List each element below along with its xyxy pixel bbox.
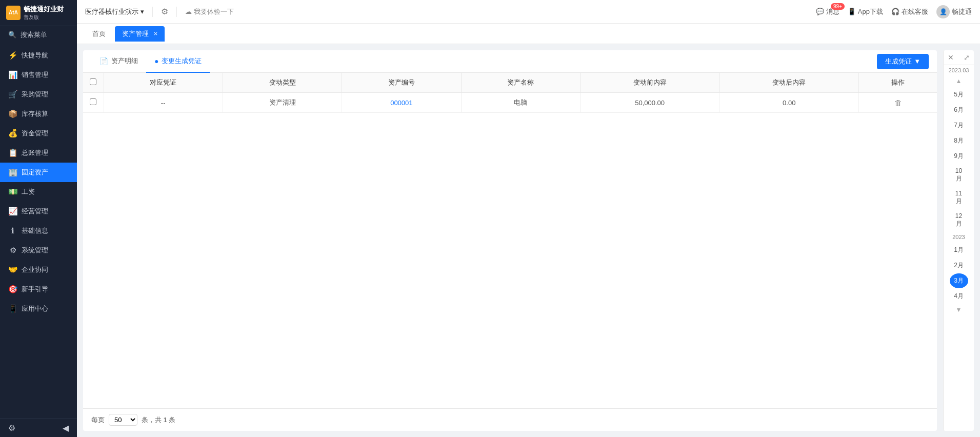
page-size-label: 每页 <box>91 415 105 425</box>
user-info[interactable]: 👤 畅捷通 <box>936 5 972 18</box>
calendar-month[interactable]: 6月 <box>950 103 968 117</box>
chevron-down-icon: ▾ <box>141 8 144 15</box>
salary-icon: 💵 <box>8 187 17 196</box>
sidebar-item-enterprise[interactable]: 🤝 企业协同 <box>0 260 77 280</box>
calendar-year-prev: 2023.03 <box>944 65 974 75</box>
asset-detail-icon: 📄 <box>99 57 108 65</box>
app-logo: AtA 畅捷通好业财 普及版 <box>0 0 77 26</box>
sidebar-footer: ⚙ ◀ <box>0 419 77 437</box>
col-after: 变动后内容 <box>719 73 859 93</box>
row-change-type: 资产清理 <box>223 93 342 113</box>
sidebar-item-purchase[interactable]: 🛒 采购管理 <box>0 85 77 104</box>
close-icon[interactable]: ✕ <box>948 53 954 62</box>
sidebar-item-basic-info[interactable]: ℹ 基础信息 <box>0 221 77 241</box>
col-action: 操作 <box>859 73 937 93</box>
logo-icon: AtA <box>6 6 21 20</box>
main-card: 📄 资产明细 ● 变更生成凭证 生成凭证 ▼ <box>83 50 937 431</box>
expand-icon[interactable]: ⤢ <box>964 53 970 62</box>
sub-tabs: 📄 资产明细 ● 变更生成凭证 生成凭证 ▼ <box>83 50 937 73</box>
col-voucher: 对应凭证 <box>104 73 223 93</box>
sidebar-item-quick-nav[interactable]: ⚡ 快捷导航 <box>0 46 77 65</box>
pagination: 每页 50 10 20 100 条，共 1 条 <box>83 408 937 431</box>
experience-button[interactable]: ☁ 我要体验一下 <box>185 7 234 16</box>
calendar-month[interactable]: 5月 <box>950 87 968 102</box>
messages-badge: 99+ <box>831 3 845 10</box>
calendar-month[interactable]: 11月 <box>950 187 968 209</box>
fixed-assets-icon: 🏢 <box>8 168 17 177</box>
calendar-scroll-down[interactable]: ▼ <box>944 304 974 315</box>
calendar-months-before: 5月6月7月8月9月10月11月12月 <box>944 87 974 231</box>
header-checkbox-cell <box>83 73 104 93</box>
online-service-button[interactable]: 🎧 在线客服 <box>891 7 928 16</box>
topbar-divider2 <box>176 7 177 17</box>
sidebar-nav: ⚡ 快捷导航 📊 销售管理 🛒 采购管理 📦 库存核算 💰 资金管理 📋 总账管… <box>0 44 77 419</box>
sidebar-item-inventory[interactable]: 📦 库存核算 <box>0 104 77 124</box>
sidebar-item-operations[interactable]: 📈 经营管理 <box>0 202 77 221</box>
page-size-select[interactable]: 50 10 20 100 <box>109 414 137 426</box>
avatar: 👤 <box>936 5 950 18</box>
sub-tab-asset-detail[interactable]: 📄 资产明细 <box>91 50 146 73</box>
system-icon: ⚙ <box>8 246 17 255</box>
calendar-scroll-up[interactable]: ▲ <box>944 75 974 87</box>
ledger-icon: 📋 <box>8 148 17 157</box>
row-asset-name: 电脑 <box>461 93 580 113</box>
app-center-icon: 📱 <box>8 304 17 313</box>
col-asset-name: 资产名称 <box>461 73 580 93</box>
select-all-checkbox[interactable] <box>90 78 96 85</box>
row-voucher: -- <box>104 93 223 113</box>
quick-nav-icon: ⚡ <box>8 51 17 60</box>
enterprise-icon: 🤝 <box>8 265 17 274</box>
collapse-icon[interactable]: ◀ <box>63 423 69 433</box>
table-wrapper: 对应凭证 变动类型 资产编号 资产名称 变动前内容 变动后内容 操作 -- <box>83 73 937 408</box>
sub-tab-generate-voucher[interactable]: ● 变更生成凭证 <box>146 50 210 73</box>
sidebar-item-sales[interactable]: 📊 销售管理 <box>0 65 77 85</box>
calendar-month[interactable]: 12月 <box>950 209 968 231</box>
delete-icon[interactable]: 🗑 <box>894 98 902 107</box>
generate-voucher-button[interactable]: 生成凭证 ▼ <box>877 54 929 69</box>
topbar: 医疗器械行业演示 ▾ ⚙ ☁ 我要体验一下 💬 消息 99+ 📱 App下载 🎧… <box>77 0 980 24</box>
row-checkbox-cell <box>83 93 104 113</box>
inventory-icon: 📦 <box>8 109 17 118</box>
calendar-month[interactable]: 9月 <box>950 149 968 164</box>
company-selector[interactable]: 医疗器械行业演示 ▾ <box>85 7 144 16</box>
tab-close-icon[interactable]: × <box>154 30 158 37</box>
tabs-bar: 首页 资产管理 × <box>77 24 980 44</box>
sidebar-item-fixed-assets[interactable]: 🏢 固定资产 <box>0 163 77 182</box>
cloud-icon: ☁ <box>185 8 192 15</box>
search-menu-button[interactable]: 🔍 搜索菜单 <box>0 26 77 44</box>
app-download-button[interactable]: 📱 App下载 <box>848 7 883 16</box>
sales-icon: 📊 <box>8 70 17 80</box>
calendar-month[interactable]: 8月 <box>950 133 968 148</box>
tab-home[interactable]: 首页 <box>85 26 113 42</box>
total-label: 条，共 1 条 <box>142 415 175 425</box>
data-table: 对应凭证 变动类型 资产编号 资产名称 变动前内容 变动后内容 操作 -- <box>83 73 937 113</box>
calendar-year-label: 2023 <box>944 232 974 242</box>
calendar-month[interactable]: 4月 <box>950 289 968 304</box>
calendar-month[interactable]: 2月 <box>950 258 968 273</box>
sidebar-item-system[interactable]: ⚙ 系统管理 <box>0 241 77 260</box>
calendar-month[interactable]: 7月 <box>950 118 968 133</box>
logo-text: 畅捷通好业财 普及版 <box>24 5 64 21</box>
sidebar-item-app-center[interactable]: 📱 应用中心 <box>0 299 77 319</box>
sidebar-item-salary[interactable]: 💵 工资 <box>0 182 77 202</box>
sidebar-item-ledger[interactable]: 📋 总账管理 <box>0 143 77 163</box>
search-icon: 🔍 <box>8 31 16 38</box>
row-checkbox[interactable] <box>90 98 96 105</box>
message-icon: 💬 <box>816 8 824 15</box>
calendar-month[interactable]: 3月 <box>950 273 968 288</box>
calendar-month[interactable]: 10月 <box>950 164 968 186</box>
tab-asset-management[interactable]: 资产管理 × <box>115 26 165 42</box>
calendar-month[interactable]: 1月 <box>950 243 968 257</box>
settings-footer-icon[interactable]: ⚙ <box>8 423 15 433</box>
dropdown-arrow-icon: ▼ <box>914 57 921 65</box>
sidebar-item-finance[interactable]: 💰 资金管理 <box>0 124 77 143</box>
content-area: 📄 资产明细 ● 变更生成凭证 生成凭证 ▼ <box>77 44 980 437</box>
topbar-gear-icon[interactable]: ⚙ <box>161 7 168 16</box>
col-before: 变动前内容 <box>580 73 719 93</box>
right-panel: ✕ ⤢ 2023.03 ▲ 5月6月7月8月9月10月11月12月 2023 1… <box>943 50 974 431</box>
sidebar: AtA 畅捷通好业财 普及版 🔍 搜索菜单 ⚡ 快捷导航 📊 销售管理 🛒 采购… <box>0 0 77 437</box>
messages-button[interactable]: 💬 消息 99+ <box>816 7 839 16</box>
table-row: -- 资产清理 000001 电脑 50,000.00 0.00 🗑 <box>83 93 937 113</box>
sidebar-item-guide[interactable]: 🎯 新手引导 <box>0 280 77 299</box>
topbar-right: 💬 消息 99+ 📱 App下载 🎧 在线客服 👤 畅捷通 <box>816 5 972 18</box>
